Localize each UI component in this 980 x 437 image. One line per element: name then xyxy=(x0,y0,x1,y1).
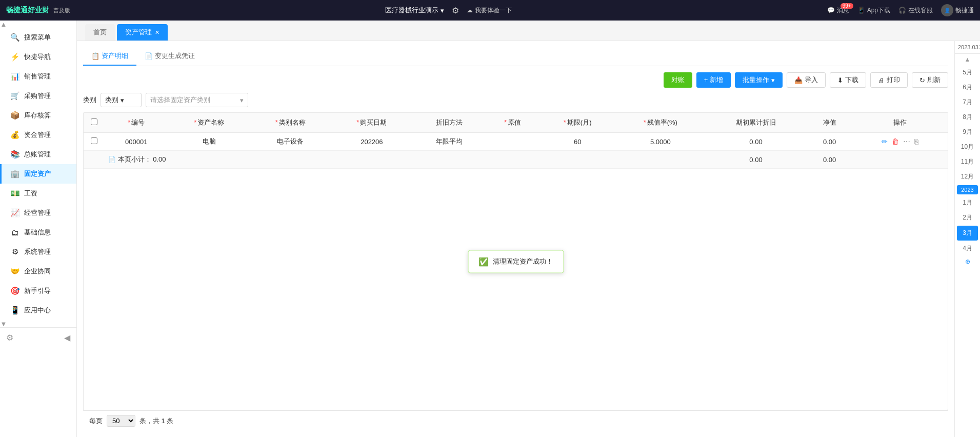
user-profile[interactable]: 👤 畅捷通 xyxy=(941,4,974,16)
tab-bar: 首页 资产管理 ✕ xyxy=(77,21,980,41)
timeline-month-6[interactable]: 6月 xyxy=(955,80,980,95)
sidebar-item-fixed-assets[interactable]: 🏢 固定资产 xyxy=(0,164,76,184)
subtotal-empty1 xyxy=(486,151,539,169)
company-dropdown-icon: ▾ xyxy=(441,7,444,14)
category-placeholder: 请选择固定资产类别 xyxy=(150,95,210,105)
subtotal-initial: 0.00 xyxy=(705,151,807,169)
sidebar-label-guide: 新手引导 xyxy=(24,286,51,295)
timeline-month-9[interactable]: 9月 xyxy=(955,125,980,140)
sidebar-item-sales[interactable]: 📊 销售管理 xyxy=(0,67,76,86)
table-container: *编号 *资产名称 *类别名称 *购买日期 折旧方法 *原值 *期限(月) *残… xyxy=(83,112,948,410)
timeline-month-5[interactable]: 5月 xyxy=(955,65,980,80)
timeline-month-7[interactable]: 7月 xyxy=(955,95,980,110)
sidebar-item-purchase[interactable]: 🛒 采购管理 xyxy=(0,86,76,106)
page-size-select[interactable]: 50 100 xyxy=(107,415,135,427)
online-service-button[interactable]: 🎧 在线客服 xyxy=(898,6,933,15)
import-button[interactable]: 📥 导入 xyxy=(787,72,826,88)
sidebar-item-ledger[interactable]: 📚 总账管理 xyxy=(0,145,76,164)
select-all-checkbox[interactable] xyxy=(91,118,97,125)
messages-badge: 99+ xyxy=(841,3,853,9)
timeline-month-4[interactable]: 4月 xyxy=(955,241,980,256)
sidebar-item-apps[interactable]: 📱 应用中心 xyxy=(0,301,76,320)
timeline-month-2[interactable]: 2月 xyxy=(955,210,980,225)
tab-close-icon[interactable]: ✕ xyxy=(155,29,159,36)
messages-button[interactable]: 💬 消息 99+ xyxy=(827,6,849,15)
row-checkbox[interactable] xyxy=(91,137,97,144)
print-button[interactable]: 🖨 打印 xyxy=(870,72,908,88)
refresh-button[interactable]: ↻ 刷新 xyxy=(912,72,948,88)
header-category: *类别名称 xyxy=(250,113,331,133)
row-name: 电脑 xyxy=(168,133,250,151)
sidebar-item-inventory[interactable]: 📦 库存核算 xyxy=(0,106,76,125)
operations-icon: 📈 xyxy=(10,208,20,217)
asset-table: *编号 *资产名称 *类别名称 *购买日期 折旧方法 *原值 *期限(月) *残… xyxy=(84,113,948,169)
sidebar-bottom: ⚙ ◀ xyxy=(0,327,76,348)
capital-icon: 💰 xyxy=(10,130,20,140)
sidebar: ▲ 🔍 搜索菜单 ⚡ 快捷导航 📊 销售管理 🛒 采购管理 📦 库存核算 💰 资… xyxy=(0,21,77,437)
sidebar-item-operations[interactable]: 📈 经营管理 xyxy=(0,203,76,223)
row-category: 电子设备 xyxy=(250,133,331,151)
inventory-icon: 📦 xyxy=(10,111,20,120)
sidebar-settings-icon[interactable]: ⚙ xyxy=(6,333,13,343)
app-edition: 普及版 xyxy=(53,7,70,14)
timeline-header: 2023.03 ✕ ⤢ xyxy=(955,41,980,54)
new-button[interactable]: + 新增 xyxy=(696,72,731,88)
timeline-month-10[interactable]: 10月 xyxy=(955,140,980,154)
sidebar-item-payroll[interactable]: 💵 工资 xyxy=(0,184,76,203)
top-settings-icon[interactable]: ⚙ xyxy=(448,3,463,17)
timeline-month-3-current[interactable]: 3月 xyxy=(957,226,978,241)
apps-icon: 📱 xyxy=(10,306,20,315)
reconcile-button[interactable]: 对账 xyxy=(664,72,692,88)
company-select[interactable]: 医疗器械行业演示 ▾ xyxy=(385,6,444,15)
toolbar: 对账 + 新增 批量操作 ▾ 📥 导入 ⬇ 下载 xyxy=(83,72,948,88)
toolbar-right: 对账 + 新增 批量操作 ▾ 📥 导入 ⬇ 下载 xyxy=(664,72,948,88)
header-code: *编号 xyxy=(104,113,168,133)
phone-icon: 📱 xyxy=(857,7,865,14)
category-value-select[interactable]: 请选择固定资产类别 ▾ xyxy=(146,93,248,107)
timeline-scroll-up[interactable]: ▲ xyxy=(955,54,980,65)
print-icon: 🖨 xyxy=(878,76,885,84)
timeline-expand-bottom[interactable]: ⊕ xyxy=(955,256,980,267)
basics-icon: 🗂 xyxy=(10,228,20,237)
sidebar-item-basics[interactable]: 🗂 基础信息 xyxy=(0,223,76,242)
category-type-select[interactable]: 类别 ▾ xyxy=(101,93,142,107)
tab-asset-management[interactable]: 资产管理 ✕ xyxy=(117,24,168,41)
sidebar-item-guide[interactable]: 🎯 新手引导 xyxy=(0,281,76,301)
sidebar-item-search[interactable]: 🔍 搜索菜单 xyxy=(0,28,76,47)
timeline-month-11[interactable]: 11月 xyxy=(955,154,980,169)
tab-asset-label: 资产管理 xyxy=(125,28,152,37)
sidebar-label-search: 搜索菜单 xyxy=(24,33,51,42)
experience-link[interactable]: ☁ 我要体验一下 xyxy=(467,6,512,15)
copy-icon[interactable]: ⎘ xyxy=(914,137,918,146)
timeline-month-12[interactable]: 12月 xyxy=(955,169,980,184)
edit-icon[interactable]: ✏ xyxy=(882,137,888,146)
sidebar-scroll-up[interactable]: ▲ xyxy=(0,21,7,28)
timeline-month-1[interactable]: 1月 xyxy=(955,195,980,210)
sidebar-label-purchase: 采购管理 xyxy=(24,91,51,101)
timeline-year-label: 2023.03 xyxy=(958,44,978,50)
sidebar-item-capital[interactable]: 💰 资金管理 xyxy=(0,125,76,145)
sidebar-scroll-down[interactable]: ▼ xyxy=(0,320,7,327)
header-original-value: *原值 xyxy=(486,113,539,133)
header-initial-accumulated: 期初累计折旧 xyxy=(705,113,807,133)
sub-tab-voucher-change[interactable]: 📄 变更生成凭证 xyxy=(136,47,203,66)
app-download-button[interactable]: 📱 App下载 xyxy=(857,6,890,15)
timeline-month-8[interactable]: 8月 xyxy=(955,110,980,125)
batch-button[interactable]: 批量操作 ▾ xyxy=(735,72,783,88)
sidebar-item-quick-nav[interactable]: ⚡ 快捷导航 xyxy=(0,47,76,67)
header-actions: 操作 xyxy=(852,113,948,133)
sidebar-item-enterprise[interactable]: 🤝 企业协同 xyxy=(0,262,76,281)
sidebar-label-basics: 基础信息 xyxy=(24,228,51,237)
top-bar: 畅捷通好业财 普及版 医疗器械行业演示 ▾ ⚙ ☁ 我要体验一下 💬 消息 99… xyxy=(0,0,980,21)
row-initial-accumulated: 0.00 xyxy=(705,133,807,151)
success-toast: ✅ 清理固定资产成功！ xyxy=(468,250,564,273)
sub-tab-asset-detail[interactable]: 📋 资产明细 xyxy=(83,47,136,66)
delete-icon[interactable]: 🗑 xyxy=(892,137,899,146)
download-button[interactable]: ⬇ 下载 xyxy=(830,72,866,88)
sidebar-collapse-icon[interactable]: ◀ xyxy=(64,333,70,343)
more-icon[interactable]: ⋯ xyxy=(903,137,910,146)
header-period: *期限(月) xyxy=(539,113,615,133)
tab-home[interactable]: 首页 xyxy=(85,24,115,41)
sidebar-item-system[interactable]: ⚙ 系统管理 xyxy=(0,242,76,262)
import-icon: 📥 xyxy=(794,76,803,84)
